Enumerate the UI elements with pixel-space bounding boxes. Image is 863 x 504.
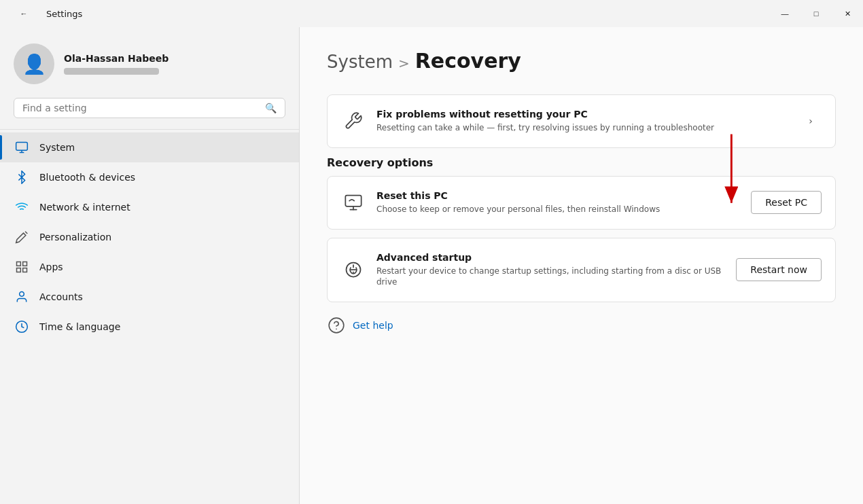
sidebar-item-label-bluetooth: Bluetooth & devices [39, 172, 135, 183]
restart-now-button[interactable]: Restart now [736, 258, 822, 281]
sidebar-divider [0, 129, 299, 130]
advanced-startup-title: Advanced startup [376, 252, 725, 263]
sidebar-item-accounts[interactable]: Accounts [0, 282, 299, 312]
get-help[interactable]: Get help [327, 316, 836, 335]
reset-pc-text: Reset this PC Choose to keep or remove y… [376, 190, 740, 215]
fix-problems-card: Fix problems without resetting your PC R… [327, 94, 836, 148]
sidebar-item-label-time: Time & language [39, 321, 120, 332]
profile-subtitle-blur [64, 68, 159, 75]
sidebar: 👤 Ola-Hassan Habeeb 🔍 System Bluetooth &… [0, 27, 299, 504]
sidebar-item-bluetooth[interactable]: Bluetooth & devices [0, 162, 299, 192]
breadcrumb-current: Recovery [415, 49, 521, 73]
fix-problems-row: Fix problems without resetting your PC R… [328, 95, 835, 147]
app-body: 👤 Ola-Hassan Habeeb 🔍 System Bluetooth &… [0, 27, 863, 504]
titlebar: ← Settings — □ ✕ [0, 0, 863, 27]
back-button[interactable]: ← [8, 0, 39, 27]
sidebar-item-label-personalization: Personalization [39, 232, 111, 242]
reset-icon [341, 190, 366, 215]
user-icon: 👤 [22, 53, 46, 75]
fix-problems-action[interactable]: › [800, 110, 822, 132]
svg-rect-8 [23, 268, 27, 272]
profile-name: Ola-Hassan Habeeb [64, 53, 169, 64]
svg-point-9 [20, 292, 24, 297]
avatar: 👤 [14, 43, 54, 84]
svg-rect-7 [17, 268, 21, 272]
advanced-startup-desc: Restart your device to change startup se… [376, 266, 725, 289]
reset-pc-button[interactable]: Reset PC [751, 191, 822, 214]
sidebar-item-network[interactable]: Network & internet [0, 192, 299, 222]
network-nav-icon [14, 199, 30, 215]
user-profile[interactable]: 👤 Ola-Hassan Habeeb [0, 35, 299, 98]
wrench-icon [341, 109, 366, 133]
sidebar-item-label-apps: Apps [39, 262, 63, 272]
titlebar-controls: — □ ✕ [769, 0, 863, 27]
fix-problems-text: Fix problems without resetting your PC R… [376, 109, 789, 134]
reset-pc-row: Reset this PC Choose to keep or remove y… [328, 177, 835, 229]
get-help-link[interactable]: Get help [353, 320, 393, 331]
startup-icon [341, 257, 366, 282]
search-icon: 🔍 [265, 103, 277, 113]
sidebar-item-label-system: System [39, 142, 75, 153]
get-help-icon [327, 316, 346, 335]
svg-point-17 [329, 318, 344, 333]
breadcrumb-separator: > [398, 55, 410, 71]
titlebar-left: ← Settings [8, 0, 82, 27]
recovery-options-heading: Recovery options [327, 156, 836, 169]
bluetooth-nav-icon [14, 169, 30, 185]
apps-nav-icon [14, 259, 30, 275]
sidebar-item-personalization[interactable]: Personalization [0, 222, 299, 252]
svg-rect-6 [23, 262, 27, 266]
content-wrapper: System > Recovery Fix problems without r… [327, 49, 836, 335]
reset-pc-action: Reset PC [751, 191, 822, 214]
svg-rect-5 [17, 262, 21, 266]
time-nav-icon [14, 319, 30, 335]
fix-problems-title: Fix problems without resetting your PC [376, 109, 789, 120]
sidebar-item-apps[interactable]: Apps [0, 252, 299, 282]
reset-pc-desc: Choose to keep or remove your personal f… [376, 204, 740, 215]
personalization-nav-icon [14, 229, 30, 245]
titlebar-title: Settings [46, 9, 82, 19]
restart-now-action: Restart now [736, 258, 822, 281]
advanced-startup-card: Advanced startup Restart your device to … [327, 238, 836, 303]
sidebar-item-system[interactable]: System [0, 132, 299, 162]
reset-pc-card: Reset this PC Choose to keep or remove y… [327, 176, 836, 230]
close-button[interactable]: ✕ [832, 0, 863, 27]
minimize-button[interactable]: — [769, 0, 800, 27]
search-container: 🔍 [0, 98, 299, 129]
fix-problems-desc: Resetting can take a while — first, try … [376, 122, 789, 134]
sidebar-item-label-accounts: Accounts [39, 291, 83, 302]
svg-line-4 [25, 232, 27, 234]
advanced-startup-row: Advanced startup Restart your device to … [328, 238, 835, 302]
nav-list: System Bluetooth & devices Network & int… [0, 132, 299, 342]
maximize-button[interactable]: □ [800, 0, 832, 27]
chevron-right-icon[interactable]: › [800, 110, 822, 132]
advanced-startup-text: Advanced startup Restart your device to … [376, 252, 725, 289]
page-header: System > Recovery [327, 49, 836, 73]
sidebar-item-label-network: Network & internet [39, 202, 130, 213]
system-nav-icon [14, 139, 30, 156]
accounts-nav-icon [14, 289, 30, 305]
reset-pc-title: Reset this PC [376, 190, 740, 201]
sidebar-item-time[interactable]: Time & language [0, 312, 299, 342]
breadcrumb-parent: System [327, 52, 393, 72]
search-input[interactable] [22, 103, 260, 113]
svg-rect-0 [16, 143, 28, 151]
content-area: System > Recovery Fix problems without r… [300, 27, 863, 504]
search-box: 🔍 [14, 98, 285, 118]
profile-info: Ola-Hassan Habeeb [64, 53, 169, 75]
